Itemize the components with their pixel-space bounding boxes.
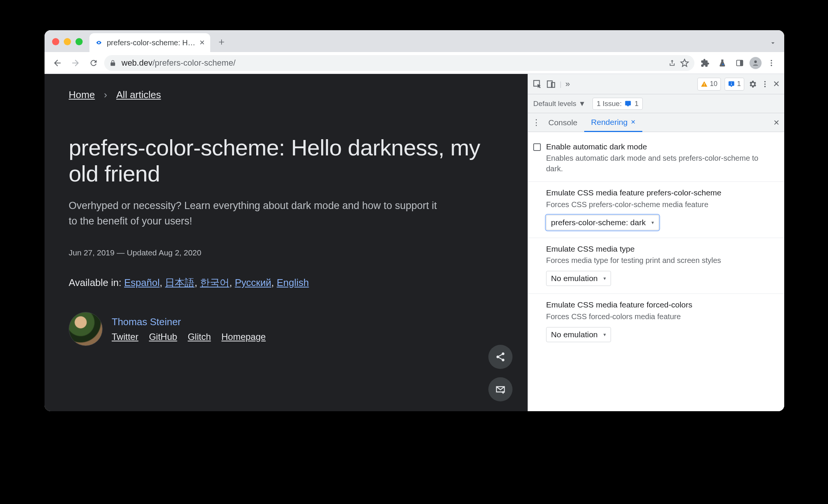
back-button[interactable] — [50, 55, 65, 71]
svg-point-19 — [764, 83, 766, 85]
article-title: prefers-color-scheme: Hello darkness, my… — [69, 135, 503, 187]
lang-link[interactable]: English — [277, 277, 309, 288]
setting-description: Enables automatic dark mode and sets pre… — [546, 153, 771, 174]
drawer-close-icon[interactable]: ✕ — [773, 118, 780, 127]
share-fab[interactable] — [488, 345, 512, 369]
close-tab-icon[interactable]: ✕ — [631, 118, 636, 126]
drawer-menu-icon[interactable]: ⋮ — [531, 118, 542, 128]
url-text: web.dev/prefers-color-scheme/ — [122, 58, 235, 68]
setting-title: Emulate CSS media type — [546, 243, 771, 254]
svg-rect-15 — [704, 85, 705, 86]
setting-description: Forces CSS prefers-color-scheme media fe… — [546, 199, 771, 210]
reload-button[interactable] — [86, 55, 101, 71]
auto-dark-mode-checkbox[interactable] — [533, 143, 541, 151]
minimize-window-button[interactable] — [64, 38, 71, 45]
devtools-settings-icon[interactable] — [748, 80, 757, 89]
warnings-count: 10 — [710, 80, 717, 88]
close-window-button[interactable] — [52, 38, 59, 45]
author-name[interactable]: Thomas Steiner — [112, 316, 266, 328]
labs-icon[interactable] — [715, 55, 730, 71]
svg-point-1 — [722, 63, 724, 65]
article-subtitle: Overhyped or necessity? Learn everything… — [69, 198, 446, 229]
close-tab-icon[interactable]: ✕ — [199, 38, 205, 47]
tab-search-button[interactable] — [769, 39, 777, 47]
maximize-window-button[interactable] — [75, 38, 83, 45]
section-auto-dark-mode: Enable automatic dark mode Enables autom… — [528, 136, 784, 182]
toolbar-actions — [697, 55, 779, 71]
devtools-menu-icon[interactable] — [761, 80, 769, 88]
svg-rect-16 — [731, 82, 732, 83]
author-block: Thomas Steiner Twitter GitHub Glitch Hom… — [69, 312, 503, 346]
devtools-close-icon[interactable]: ✕ — [773, 79, 780, 89]
svg-point-5 — [771, 60, 772, 61]
rendering-panel[interactable]: Enable automatic dark mode Enables autom… — [528, 132, 784, 411]
address-bar[interactable]: web.dev/prefers-color-scheme/ — [104, 55, 694, 71]
setting-title: Enable automatic dark mode — [546, 141, 771, 152]
svg-point-10 — [502, 359, 505, 361]
browser-tab[interactable]: prefers-color-scheme: Hello da ✕ — [89, 33, 210, 52]
media-type-select[interactable]: No emulation — [546, 271, 611, 286]
tab-favicon — [95, 38, 103, 47]
breadcrumb: Home › All articles — [69, 89, 503, 101]
devtools-drawer-tabs: ⋮ Console Rendering ✕ ✕ — [528, 113, 784, 132]
author-link-homepage[interactable]: Homepage — [222, 332, 266, 342]
profile-avatar[interactable] — [750, 57, 762, 69]
fab-column — [488, 345, 512, 401]
inspect-element-icon[interactable] — [533, 79, 542, 89]
lang-link[interactable]: 한국어 — [200, 277, 229, 288]
author-avatar[interactable] — [69, 312, 103, 346]
browser-window: prefers-color-scheme: Hello da ✕ ＋ web.d… — [45, 30, 784, 411]
svg-point-0 — [98, 42, 100, 44]
langs-prefix: Available in: — [69, 277, 124, 288]
lang-link[interactable]: 日本語 — [165, 277, 194, 288]
devtools-panel: | » 10 1 ✕ — [528, 74, 784, 411]
setting-description: Forces media type for testing print and … — [546, 255, 771, 266]
bookmark-icon[interactable] — [680, 58, 689, 68]
svg-rect-17 — [731, 83, 732, 85]
author-link-glitch[interactable]: Glitch — [188, 332, 211, 342]
forward-button[interactable] — [68, 55, 83, 71]
breadcrumb-home[interactable]: Home — [69, 89, 95, 101]
side-panel-icon[interactable] — [732, 55, 747, 71]
info-chip[interactable]: 1 — [725, 78, 744, 91]
tab-title: prefers-color-scheme: Hello da — [107, 38, 195, 47]
issues-count: 1 — [634, 100, 639, 108]
article-languages: Available in: Español, 日本語, 한국어, Русский… — [69, 276, 503, 289]
lang-link[interactable]: Русский — [235, 277, 271, 288]
svg-rect-3 — [740, 60, 743, 66]
device-toolbar-icon[interactable] — [546, 79, 556, 89]
browser-menu-icon[interactable] — [764, 55, 779, 71]
devtools-toolbar: | » 10 1 ✕ — [528, 74, 784, 94]
author-link-twitter[interactable]: Twitter — [112, 332, 139, 342]
chevron-right-icon: › — [104, 89, 107, 101]
more-tabs-icon[interactable]: » — [565, 79, 570, 89]
new-tab-button[interactable]: ＋ — [214, 34, 229, 49]
log-level-label: Default levels — [533, 100, 576, 108]
section-forced-colors: Emulate CSS media feature forced-colors … — [528, 294, 784, 349]
extensions-icon[interactable] — [697, 55, 713, 71]
browser-toolbar: web.dev/prefers-color-scheme/ — [45, 52, 784, 74]
forced-colors-select[interactable]: No emulation — [546, 327, 611, 342]
breadcrumb-all-articles[interactable]: All articles — [116, 89, 161, 101]
lock-icon — [109, 60, 116, 66]
chevron-down-icon: ▼ — [579, 100, 586, 108]
share-icon[interactable] — [668, 59, 676, 67]
warnings-chip[interactable]: 10 — [697, 78, 721, 91]
subscribe-fab[interactable] — [488, 377, 512, 401]
devtools-filter-bar: Default levels ▼ 1 Issue: 1 — [528, 94, 784, 113]
author-link-github[interactable]: GitHub — [149, 332, 177, 342]
console-tab[interactable]: Console — [542, 113, 584, 132]
author-links: Twitter GitHub Glitch Homepage — [112, 332, 266, 342]
rendering-tab[interactable]: Rendering ✕ — [584, 114, 642, 132]
svg-point-8 — [502, 352, 505, 355]
prefers-color-scheme-select[interactable]: prefers-color-scheme: dark — [546, 215, 659, 230]
svg-rect-14 — [704, 83, 705, 85]
lang-link[interactable]: Español — [124, 277, 160, 288]
svg-point-9 — [497, 356, 499, 358]
page-viewport[interactable]: Home › All articles prefers-color-scheme… — [45, 74, 528, 411]
content-area: Home › All articles prefers-color-scheme… — [45, 74, 784, 411]
issues-chip[interactable]: 1 Issue: 1 — [593, 98, 643, 110]
section-prefers-color-scheme: Emulate CSS media feature prefers-color-… — [528, 182, 784, 238]
log-level-selector[interactable]: Default levels ▼ — [533, 100, 586, 108]
url-host: web.dev — [122, 58, 152, 68]
